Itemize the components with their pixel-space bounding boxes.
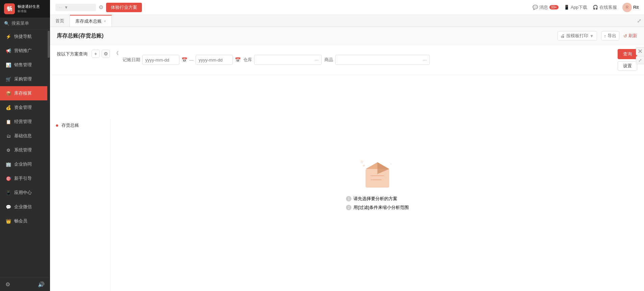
date-label: 记账日期	[123, 57, 140, 63]
headset-icon: 🎧	[593, 5, 598, 10]
app-center-icon: 📱	[5, 190, 11, 196]
sidebar-item-label: 企业协同	[14, 161, 32, 167]
industry-btn[interactable]: 体验行业方案	[106, 3, 142, 12]
sidebar-search-label: 搜索菜单	[11, 20, 29, 26]
sidebar-item-label: 销售管理	[14, 62, 32, 68]
filter-label: 按以下方案查询	[57, 49, 88, 57]
sidebar-item-label: 新手引导	[14, 175, 32, 181]
filter-goods-item: 商品 ···	[324, 55, 430, 65]
logo-title: 畅捷通好生意	[18, 4, 40, 9]
chevron-down-icon[interactable]: ▼	[64, 5, 68, 10]
settings-icon[interactable]: ⚙	[5, 281, 10, 288]
collapse-btn[interactable]: 《	[114, 49, 119, 56]
marketing-icon: 📢	[5, 48, 11, 54]
filter-date-item: 记账日期 📅 — 📅	[123, 55, 241, 65]
hint1-text: 请先选择要分析的方案	[353, 196, 397, 202]
sidebar-item-corp[interactable]: 🏢 企业协同	[0, 157, 47, 171]
panel-close-btn[interactable]: ✕	[636, 47, 644, 55]
message-icon: 💬	[532, 5, 538, 10]
sidebar-item-app-center[interactable]: 📱 应用中心	[0, 186, 47, 200]
page-container: 库存总账(存货总账) 🖨 按模板打印 ▼ ↑ 导出 ↺ 刷新 按以下方案查询	[50, 27, 644, 291]
sidebar-item-marketing[interactable]: 📢 营销推广	[0, 44, 47, 58]
sidebar-item-label: 营销推广	[14, 48, 32, 54]
quick-nav-icon: ⚡	[5, 33, 11, 40]
sidebar-item-system[interactable]: ⚙ 系统管理	[0, 143, 47, 157]
sidebar-item-sales[interactable]: 📊 销售管理	[0, 58, 47, 72]
sidebar-item-label: 畅会员	[14, 218, 27, 224]
topbar-left: ··· ▼ ⚙ 体验行业方案	[55, 3, 528, 12]
breadcrumb-text: ···	[59, 5, 62, 10]
scheme-item-inventory[interactable]: ● 存货总账	[50, 119, 110, 132]
filter-actions: + ⚙	[92, 49, 110, 58]
svg-point-5	[363, 165, 365, 167]
sidebar-scrollbar-track[interactable]	[47, 29, 50, 277]
scheme-panel: ● 存货总账	[50, 119, 111, 291]
sidebar-item-purchase[interactable]: 🛒 采购管理	[0, 72, 47, 86]
tab-close-icon[interactable]: ×	[104, 19, 106, 24]
sidebar-item-label: 库存核算	[14, 90, 32, 96]
online-service-action[interactable]: 🎧 在线客服	[593, 4, 617, 10]
sidebar-item-label: 系统管理	[14, 147, 32, 153]
logo-icon: 畅	[4, 3, 15, 14]
sidebar-item-label: 经营管理	[14, 119, 32, 125]
sidebar-item-finance[interactable]: 💰 资金管理	[0, 100, 47, 115]
sidebar: 畅 畅捷通好生意 标准版 🔍 搜索菜单 ⚡ 快捷导航 📢 营销推广 📊 销售管理	[0, 0, 50, 291]
refresh-btn[interactable]: ↺ 刷新	[623, 33, 637, 39]
topbar-right: 💬 消息 99+ 📱 App下载 🎧 在线客服 R Rit	[532, 3, 639, 12]
sidebar-item-operation[interactable]: 📋 经营管理	[0, 115, 47, 129]
sidebar-footer: ⚙ 🔊	[0, 277, 50, 291]
empty-hint-2: 2 用[过滤]条件来缩小分析范围	[346, 204, 408, 211]
messages-action[interactable]: 💬 消息 99+	[532, 4, 559, 10]
expand-icon[interactable]: ⤢	[637, 18, 641, 24]
nav-breadcrumb-area: ··· ▼	[55, 4, 96, 11]
sidebar-scrollbar-thumb[interactable]	[48, 31, 50, 58]
user-avatar-area[interactable]: R Rit	[622, 3, 639, 12]
tab-home[interactable]: 首页	[50, 15, 70, 27]
sidebar-item-label: 基础信息	[14, 133, 32, 139]
app-download-label: App下载	[571, 4, 587, 10]
warehouse-label: 仓库	[243, 57, 252, 63]
goods-select[interactable]: ···	[335, 55, 430, 65]
empty-hint-1: 1 请先选择要分析的方案	[346, 196, 408, 202]
add-scheme-btn[interactable]: +	[92, 50, 100, 58]
right-panel-controls: ✕ ⤢	[636, 47, 644, 64]
export-icon: ↑	[604, 33, 606, 39]
newbie-icon: 🎯	[5, 175, 11, 181]
audio-icon[interactable]: 🔊	[38, 281, 45, 288]
sidebar-item-corp-wechat[interactable]: 💬 企业微信	[0, 200, 47, 214]
logo-badge: 标准版	[18, 9, 40, 14]
sidebar-item-label: 快捷导航	[14, 33, 32, 40]
sidebar-item-basic[interactable]: 🗂 基础信息	[0, 129, 47, 143]
warehouse-more-icon[interactable]: ···	[315, 57, 319, 63]
sidebar-item-inventory[interactable]: 📦 库存核算	[0, 86, 47, 100]
panel-expand-btn[interactable]: ⤢	[636, 56, 644, 64]
settings-btn[interactable]: 设置	[618, 61, 637, 71]
export-btn[interactable]: ↑ 导出	[601, 31, 620, 41]
sidebar-search[interactable]: 🔍 搜索菜单	[0, 18, 50, 29]
app-download-action[interactable]: 📱 App下载	[564, 4, 587, 10]
print-label: 按模板打印	[566, 33, 588, 39]
corp-wechat-icon: 💬	[5, 204, 11, 210]
main-content: ··· ▼ ⚙ 体验行业方案 💬 消息 99+ 📱 App下载 🎧 在线客服 R	[50, 0, 644, 291]
calendar-from-icon[interactable]: 📅	[181, 57, 187, 63]
date-separator: —	[189, 57, 194, 63]
date-to-input[interactable]	[196, 55, 233, 65]
sidebar-item-quick-nav[interactable]: ⚡ 快捷导航	[0, 29, 47, 44]
tab-inventory-ledger[interactable]: 库存成本总账 ×	[70, 15, 112, 27]
tab-active-label: 库存成本总账	[75, 18, 102, 24]
sidebar-item-member[interactable]: 👑 畅会员	[0, 214, 47, 228]
date-from-input[interactable]	[142, 55, 179, 65]
print-btn[interactable]: 🖨 按模板打印 ▼	[558, 31, 597, 41]
sidebar-item-newbie[interactable]: 🎯 新手引导	[0, 171, 47, 186]
warehouse-select[interactable]: ···	[254, 55, 322, 65]
messages-label: 消息	[539, 4, 548, 10]
avatar: R	[622, 3, 632, 12]
step1-num: 1	[346, 196, 351, 201]
settings-gear-icon[interactable]: ⚙	[99, 4, 103, 10]
settings-scheme-btn[interactable]: ⚙	[102, 50, 110, 58]
calendar-to-icon[interactable]: 📅	[235, 57, 241, 63]
goods-more-icon[interactable]: ···	[423, 57, 427, 63]
page-header: 库存总账(存货总账) 🖨 按模板打印 ▼ ↑ 导出 ↺ 刷新	[50, 27, 644, 45]
export-label: 导出	[608, 33, 616, 39]
query-btn[interactable]: 查询	[618, 49, 637, 59]
